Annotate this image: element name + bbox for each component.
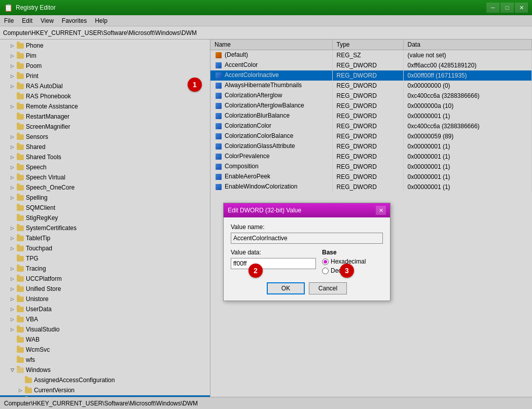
dialog-overlay: Edit DWORD (32-bit) Value ✕ Value name: … xyxy=(0,15,532,409)
annotation-2: 2 xyxy=(249,264,263,278)
hexadecimal-radio[interactable] xyxy=(322,258,329,265)
maximize-button[interactable]: □ xyxy=(501,3,514,13)
edit-dword-dialog: Edit DWORD (32-bit) Value ✕ Value name: … xyxy=(223,203,391,301)
cancel-button[interactable]: Cancel xyxy=(309,282,347,294)
value-data-section: Value data: xyxy=(231,249,316,276)
window-controls: ─ □ ✕ xyxy=(486,3,528,13)
app-title: Registry Editor xyxy=(16,4,56,11)
close-button[interactable]: ✕ xyxy=(515,3,528,13)
title-bar: 📋 Registry Editor ─ □ ✕ xyxy=(0,0,532,15)
dialog-body: Value name: Value data: Base Hexadecimal… xyxy=(224,217,390,301)
annotation-1: 1 xyxy=(188,78,202,92)
dialog-title: Edit DWORD (32-bit) Value xyxy=(228,207,301,214)
dialog-titlebar: Edit DWORD (32-bit) Value ✕ xyxy=(224,203,390,217)
ok-button[interactable]: OK xyxy=(267,282,305,294)
value-name-label: Value name: xyxy=(231,224,383,231)
dialog-buttons: OK Cancel xyxy=(231,282,383,294)
hexadecimal-radio-row[interactable]: Hexadecimal xyxy=(322,258,383,265)
value-name-input[interactable] xyxy=(231,233,383,244)
base-label: Base xyxy=(322,249,383,256)
value-data-label: Value data: xyxy=(231,249,316,256)
annotation-3: 3 xyxy=(340,264,354,278)
value-data-input[interactable] xyxy=(231,258,316,269)
dialog-close-button[interactable]: ✕ xyxy=(376,206,386,215)
decimal-radio[interactable] xyxy=(322,268,329,274)
minimize-button[interactable]: ─ xyxy=(486,3,500,13)
app-icon: 📋 xyxy=(4,4,13,12)
